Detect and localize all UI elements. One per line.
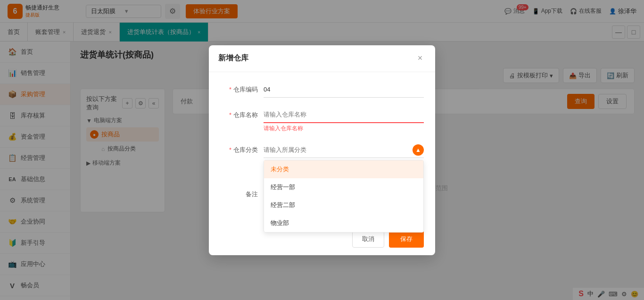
dropdown-item-dept2[interactable]: 经营二部 <box>264 196 423 214</box>
cancel-button[interactable]: 取消 <box>352 231 384 248</box>
dropdown-item-property[interactable]: 物业部 <box>264 214 423 232</box>
dialog-body: 仓库编码 仓库名称 请输入仓库名称 仓库分类 ▲ <box>209 72 435 225</box>
name-input[interactable] <box>264 107 424 123</box>
code-control <box>264 82 424 98</box>
new-warehouse-dialog: 新增仓库 × 仓库编码 仓库名称 请输入仓库名称 仓库分类 <box>209 45 435 255</box>
code-input[interactable] <box>264 82 424 98</box>
code-label: 仓库编码 <box>220 82 258 94</box>
modal-overlay: 新增仓库 × 仓库编码 仓库名称 请输入仓库名称 仓库分类 <box>0 0 644 300</box>
category-input[interactable] <box>264 142 424 158</box>
dialog-header: 新增仓库 × <box>209 45 435 72</box>
form-row-code: 仓库编码 <box>220 82 424 98</box>
remark-label: 备注 <box>220 186 258 199</box>
name-error-message: 请输入仓库名称 <box>264 125 424 133</box>
form-row-category: 仓库分类 ▲ 未分类 经营一部 经营二部 物业部 <box>220 142 424 158</box>
name-control: 请输入仓库名称 <box>264 107 424 133</box>
dialog-title: 新增仓库 <box>218 53 248 63</box>
save-button[interactable]: 保存 <box>389 231 424 248</box>
category-label: 仓库分类 <box>220 142 258 154</box>
category-dropdown-toggle[interactable]: ▲ <box>413 144 424 156</box>
name-label: 仓库名称 <box>220 107 258 119</box>
category-dropdown: 未分类 经营一部 经营二部 物业部 <box>264 160 424 233</box>
category-control: ▲ 未分类 经营一部 经营二部 物业部 <box>264 142 424 158</box>
dropdown-item-dept1[interactable]: 经营一部 <box>264 178 423 196</box>
dropdown-item-uncategorized[interactable]: 未分类 <box>264 160 423 178</box>
form-row-name: 仓库名称 请输入仓库名称 <box>220 107 424 133</box>
dialog-close-button[interactable]: × <box>414 53 426 64</box>
